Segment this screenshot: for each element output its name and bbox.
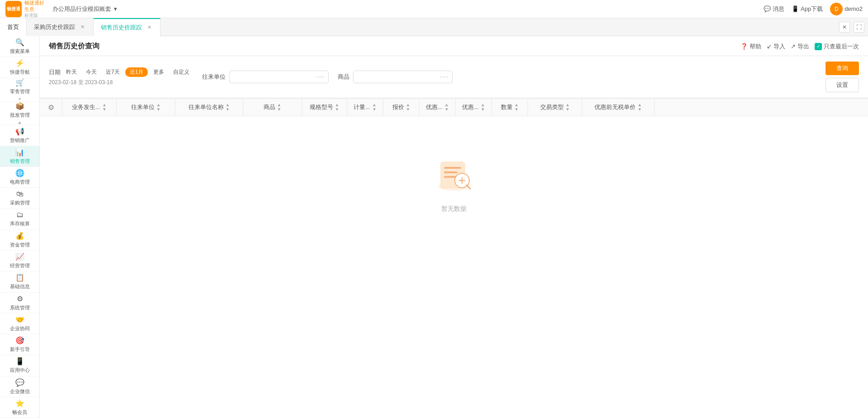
tab-home[interactable]: 首页: [0, 18, 27, 36]
th-unit-code[interactable]: 往来单位 ▲▼: [117, 99, 175, 116]
th-trade-type-sort-icon: ▲▼: [566, 103, 570, 112]
th-settings[interactable]: ⚙: [40, 99, 62, 116]
expand-tab-btn[interactable]: ⛶: [854, 22, 864, 33]
th-trade-type[interactable]: 交易类型 ▲▼: [528, 99, 582, 116]
help-btn[interactable]: ❓ 帮助: [741, 43, 761, 51]
tab-purchase-history[interactable]: 采购历史价跟踪 ✕: [27, 18, 94, 36]
finance-mgmt-icon: 💰: [15, 232, 24, 240]
product-input[interactable]: ···: [353, 71, 453, 83]
th-no-tax-price-label: 优惠前无税单价: [594, 103, 636, 111]
filter-product: 商品 ···: [338, 71, 453, 83]
enterprise-wechat-label: 企业微信: [10, 388, 30, 395]
date-range-text: 2023-02-18 至 2023-03-18: [49, 79, 193, 86]
app-center-icon: 📱: [15, 357, 24, 366]
sidebar-item-inventory[interactable]: 🗂 库存核算: [0, 209, 39, 230]
sidebar-item-sales-mgmt[interactable]: 📊 销售管理: [0, 146, 39, 167]
sidebar-item-ecom-mgmt[interactable]: 🌐 电商管理: [0, 167, 39, 188]
retail-mgmt-label: 零售管理: [10, 88, 30, 95]
th-discount1-sort-icon: ▲▼: [444, 103, 449, 112]
purchase-mgmt-label: 采购管理: [10, 200, 30, 206]
sidebar-item-vip-member[interactable]: ⭐ 畅会员: [0, 397, 39, 418]
wholesale-mgmt-arrow-icon: ▲: [18, 120, 22, 125]
tabbar-actions: ✕ ⛶: [839, 22, 868, 33]
empty-state: 暂无数据: [40, 116, 868, 249]
app-download-btn[interactable]: 📱 App下载: [792, 5, 823, 13]
sidebar-item-ops-mgmt[interactable]: 📈 经营管理: [0, 251, 39, 271]
ecom-mgmt-icon: 🌐: [15, 169, 24, 177]
view-last-checkbox[interactable]: ✓: [815, 43, 822, 50]
sidebar-item-enterprise-wechat[interactable]: 💬 企业微信: [0, 376, 39, 397]
sidebar-item-finance-mgmt[interactable]: 💰 资金管理: [0, 230, 39, 251]
th-quantity[interactable]: 数量 ▲▼: [492, 99, 528, 116]
th-date[interactable]: 业务发生... ▲▼: [62, 99, 117, 116]
unit-input[interactable]: ···: [229, 71, 329, 83]
th-date-label: 业务发生...: [72, 103, 100, 111]
sidebar-item-marketing[interactable]: 📢 营销推广: [0, 125, 39, 146]
th-spec[interactable]: 规格型号 ▲▼: [302, 99, 347, 116]
export-label: 导出: [797, 43, 809, 51]
sales-mgmt-label: 销售管理: [10, 158, 30, 165]
sidebar-item-basic-info[interactable]: 📋 基础信息: [0, 271, 39, 292]
date-btn-7days[interactable]: 近7天: [102, 67, 123, 77]
search-menu-label: 搜索菜单: [10, 48, 30, 55]
sidebar-item-retail-mgmt[interactable]: 🛒 零售管理 ▾: [0, 78, 39, 102]
tab-purchase-close-icon[interactable]: ✕: [79, 24, 86, 31]
date-btn-1month[interactable]: 近1月: [125, 67, 148, 77]
user-profile-btn[interactable]: D demo2: [830, 3, 863, 15]
topbar: 畅捷通 畅捷通好生意 标准版 办公用品行业模拟账套 ▾ 💬 消息 📱 App下载…: [0, 0, 868, 18]
sidebar-item-quick-nav[interactable]: ⚡ 快捷导航: [0, 57, 39, 78]
workspace-selector[interactable]: 办公用品行业模拟账套 ▾: [45, 5, 764, 13]
th-discount2-label: 优惠...: [462, 103, 479, 111]
th-product-label: 商品: [264, 103, 275, 111]
th-discount2[interactable]: 优惠... ▲▼: [456, 99, 492, 116]
settings-button[interactable]: 设置: [826, 78, 859, 92]
search-menu-icon: 🔍: [15, 38, 24, 47]
th-discount1-label: 优惠...: [426, 103, 443, 111]
th-unit-name-sort-icon: ▲▼: [226, 103, 230, 112]
message-icon: 💬: [764, 5, 771, 12]
basic-info-label: 基础信息: [10, 283, 30, 290]
import-icon: ↙: [767, 43, 772, 50]
th-quantity-label: 数量: [501, 103, 513, 111]
ecom-mgmt-label: 电商管理: [10, 179, 30, 185]
th-quote[interactable]: 报价 ▲▼: [383, 99, 420, 116]
sidebar-item-wholesale-mgmt[interactable]: 📦 批发管理 ▲: [0, 102, 39, 125]
sidebar-item-enterprise-collab[interactable]: 🤝 企业协同: [0, 314, 39, 334]
system-mgmt-label: 系统管理: [10, 304, 30, 311]
sidebar-item-app-center[interactable]: 📱 应用中心: [0, 355, 39, 376]
date-btn-custom[interactable]: 自定义: [170, 67, 193, 77]
sidebar: 🔍 搜索菜单 ⚡ 快捷导航 🛒 零售管理 ▾ 📦 批发管理 ▲ 📢 营销推广 📊…: [0, 36, 40, 418]
close-all-tabs-btn[interactable]: ✕: [839, 22, 850, 33]
message-btn[interactable]: 💬 消息: [764, 5, 784, 13]
tab-sales-history[interactable]: 销售历史价跟踪 ✕: [94, 18, 160, 36]
import-btn[interactable]: ↙ 导入: [767, 43, 785, 51]
page-header-actions: ❓ 帮助 ↙ 导入 ↗ 导出 ✓ 只查最后一次: [741, 43, 859, 55]
quick-nav-icon: ⚡: [15, 59, 24, 67]
date-btn-yesterday[interactable]: 昨天: [62, 67, 80, 77]
date-btn-more[interactable]: 更多: [150, 67, 168, 77]
sidebar-item-search-menu[interactable]: 🔍 搜索菜单: [0, 36, 39, 57]
th-unit-measure[interactable]: 计量... ▲▼: [347, 99, 383, 116]
th-unit-code-sort-icon: ▲▼: [156, 103, 161, 112]
ops-mgmt-icon: 📈: [15, 252, 24, 261]
ops-mgmt-label: 经营管理: [10, 262, 30, 269]
tab-sales-close-icon[interactable]: ✕: [146, 24, 153, 31]
sidebar-item-new-user-guide[interactable]: 🎯 新手引导: [0, 334, 39, 355]
sidebar-item-system-mgmt[interactable]: ⚙ 系统管理: [0, 293, 39, 314]
query-button[interactable]: 查询: [826, 62, 859, 75]
th-no-tax-price[interactable]: 优惠前无税单价 ▲▼: [582, 99, 655, 116]
sidebar-item-purchase-mgmt[interactable]: 🛍 采购管理: [0, 188, 39, 209]
th-unit-name[interactable]: 往来单位名称 ▲▼: [175, 99, 243, 116]
new-user-guide-icon: 🎯: [15, 336, 24, 345]
filter-actions: 查询 设置: [826, 62, 859, 92]
th-product[interactable]: 商品 ▲▼: [243, 99, 302, 116]
view-last-checkbox-label[interactable]: ✓ 只查最后一次: [815, 43, 859, 51]
th-discount1[interactable]: 优惠... ▲▼: [420, 99, 456, 116]
help-icon: ❓: [741, 43, 748, 50]
retail-mgmt-icon: 🛒: [15, 78, 24, 87]
system-mgmt-icon: ⚙: [17, 294, 23, 303]
date-btn-today[interactable]: 今天: [82, 67, 100, 77]
inventory-label: 库存核算: [10, 220, 30, 227]
export-btn[interactable]: ↗ 导出: [791, 43, 809, 51]
page-title: 销售历史价查询: [49, 42, 99, 51]
